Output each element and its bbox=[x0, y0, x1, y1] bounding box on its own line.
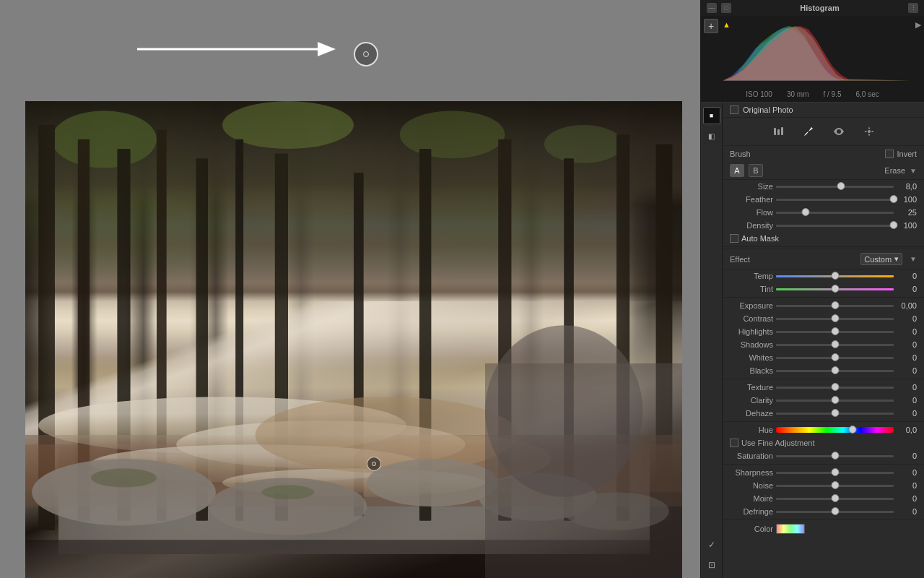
tint-slider-thumb[interactable] bbox=[831, 285, 839, 293]
defringe-slider-thumb[interactable] bbox=[831, 507, 839, 515]
temp-slider-track[interactable] bbox=[776, 275, 894, 277]
effect-options-arrow[interactable]: ▼ bbox=[910, 255, 917, 263]
feather-slider-thumb[interactable] bbox=[890, 195, 898, 203]
highlights-slider-track[interactable] bbox=[776, 331, 894, 333]
noise-slider-thumb[interactable] bbox=[831, 481, 839, 489]
iso-value: ISO 100 bbox=[746, 90, 772, 98]
histogram-title: Histogram bbox=[736, 4, 904, 12]
use-fine-row: Use Fine Adjustment bbox=[723, 436, 924, 449]
density-slider-track[interactable] bbox=[776, 225, 894, 227]
sharpness-slider-row: Sharpness 0 bbox=[723, 466, 924, 479]
invert-checkbox[interactable] bbox=[885, 150, 894, 158]
blacks-value: 0 bbox=[897, 366, 917, 375]
sharpness-slider-track[interactable] bbox=[776, 472, 894, 474]
highlights-slider-row: Highlights 0 bbox=[723, 325, 924, 338]
color-label: Color bbox=[730, 525, 773, 533]
temp-slider-row: Temp 0 bbox=[723, 269, 924, 282]
black-square-tool[interactable]: ■ bbox=[703, 107, 720, 124]
noise-slider-track[interactable] bbox=[776, 485, 894, 487]
auto-mask-checkbox[interactable] bbox=[730, 234, 738, 243]
effect-row: Effect Custom ▾ ▼ bbox=[723, 249, 924, 269]
size-slider-thumb[interactable] bbox=[837, 182, 845, 190]
original-photo-checkbox[interactable] bbox=[730, 105, 738, 114]
brush-icon-button[interactable] bbox=[799, 122, 818, 141]
mask-tool[interactable]: ◧ bbox=[703, 127, 720, 144]
blacks-label: Blacks bbox=[730, 366, 773, 375]
shadows-slider-track[interactable] bbox=[776, 344, 894, 346]
defringe-label: Defringe bbox=[730, 507, 773, 516]
eye-icon-button[interactable] bbox=[829, 122, 848, 141]
svg-point-6 bbox=[544, 125, 623, 163]
exposure-slider-thumb[interactable] bbox=[831, 301, 839, 309]
ab-erase-row: A B Erase ▼ bbox=[723, 162, 924, 180]
clarity-slider-track[interactable] bbox=[776, 400, 894, 402]
contrast-slider-track[interactable] bbox=[776, 318, 894, 320]
dehaze-slider-row: Dehaze 0 bbox=[723, 407, 924, 420]
shadows-slider-thumb[interactable] bbox=[831, 340, 839, 348]
noise-value: 0 bbox=[897, 481, 917, 490]
defringe-slider-track[interactable] bbox=[776, 511, 894, 513]
brush-a-button[interactable]: A bbox=[730, 164, 744, 177]
erase-dropdown-arrow[interactable]: ▼ bbox=[910, 167, 917, 175]
clarity-slider-thumb[interactable] bbox=[831, 396, 839, 404]
flow-slider-track[interactable] bbox=[776, 212, 894, 214]
highlights-slider-thumb[interactable] bbox=[831, 327, 839, 335]
saturation-slider-track[interactable] bbox=[776, 455, 894, 457]
feather-slider-track[interactable] bbox=[776, 199, 894, 201]
erase-button[interactable]: Erase bbox=[884, 166, 905, 175]
whites-slider-thumb[interactable] bbox=[831, 353, 839, 361]
whites-slider-track[interactable] bbox=[776, 357, 894, 359]
brush-pin-circle[interactable] bbox=[354, 42, 378, 66]
moire-slider-track[interactable] bbox=[776, 498, 894, 500]
settings-icon-button[interactable] bbox=[860, 122, 879, 141]
hue-slider-track[interactable] bbox=[776, 427, 894, 433]
blacks-slider-thumb[interactable] bbox=[831, 366, 839, 374]
blacks-slider-track[interactable] bbox=[776, 370, 894, 372]
adjust-icon-button[interactable] bbox=[769, 122, 788, 141]
maximize-button[interactable]: □ bbox=[721, 3, 731, 13]
texture-slider-track[interactable] bbox=[776, 387, 894, 389]
exposure-slider-track[interactable] bbox=[776, 305, 894, 307]
size-value: 8,0 bbox=[897, 182, 917, 191]
size-slider-track[interactable] bbox=[776, 186, 894, 188]
density-slider-thumb[interactable] bbox=[890, 221, 898, 229]
copy-button[interactable]: ⊡ bbox=[703, 556, 720, 574]
svg-point-30 bbox=[367, 459, 498, 506]
divider-1 bbox=[723, 246, 924, 247]
divider-3 bbox=[723, 379, 924, 379]
svg-rect-38 bbox=[774, 128, 776, 135]
contrast-slider-thumb[interactable] bbox=[831, 314, 839, 322]
dehaze-slider-thumb[interactable] bbox=[831, 409, 839, 417]
panel-topbar: — □ Histogram ⋮ bbox=[701, 0, 924, 16]
exposure-value: 0,00 bbox=[897, 301, 917, 310]
aperture-value: f / 9.5 bbox=[824, 90, 842, 98]
saturation-slider-thumb[interactable] bbox=[831, 452, 839, 460]
divider-4 bbox=[723, 421, 924, 422]
brush-b-button[interactable]: B bbox=[749, 164, 763, 177]
checkmark-button[interactable]: ✓ bbox=[703, 536, 720, 553]
fine-adjustment-checkbox[interactable] bbox=[730, 439, 738, 447]
density-value: 100 bbox=[897, 221, 917, 230]
sharpness-slider-thumb[interactable] bbox=[831, 468, 839, 476]
svg-point-5 bbox=[400, 111, 505, 158]
right-panel: — □ Histogram ⋮ + ▲ ▶ ISO 100 30 mm f / … bbox=[700, 0, 924, 578]
minimize-button[interactable]: — bbox=[707, 3, 717, 13]
texture-slider-thumb[interactable] bbox=[831, 383, 839, 391]
hue-slider-thumb[interactable] bbox=[848, 426, 856, 434]
color-swatch[interactable] bbox=[776, 524, 805, 534]
panel-options-button[interactable]: ⋮ bbox=[908, 3, 918, 13]
adjustments-panel: Original Photo bbox=[723, 103, 924, 578]
moire-slider-thumb[interactable] bbox=[831, 494, 839, 502]
contrast-label: Contrast bbox=[730, 314, 773, 323]
tint-slider-track[interactable] bbox=[776, 288, 894, 290]
temp-slider-thumb[interactable] bbox=[831, 272, 839, 280]
flow-slider-thumb[interactable] bbox=[801, 208, 809, 216]
histogram-add-button[interactable]: + bbox=[704, 19, 718, 33]
dehaze-slider-track[interactable] bbox=[776, 413, 894, 415]
effect-dropdown[interactable]: Custom ▾ bbox=[860, 253, 902, 265]
defringe-value: 0 bbox=[897, 507, 917, 516]
svg-point-41 bbox=[868, 130, 871, 133]
svg-point-33 bbox=[91, 468, 157, 487]
feather-label: Feather bbox=[730, 195, 773, 204]
photo-container[interactable] bbox=[25, 101, 682, 578]
